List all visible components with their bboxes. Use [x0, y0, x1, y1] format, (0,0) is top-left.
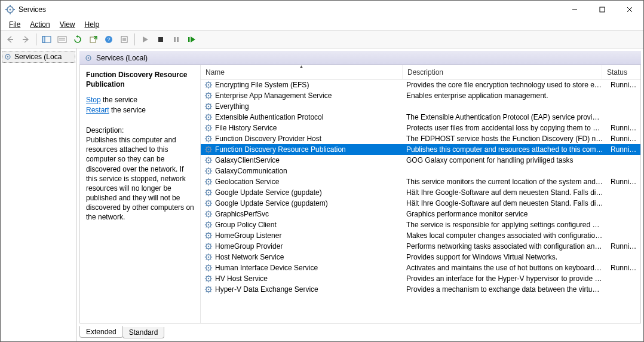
svg-line-120 [206, 173, 207, 174]
service-name-text: Geolocation Service [215, 178, 279, 186]
service-name-text: File History Service [215, 124, 277, 132]
svg-line-68 [206, 115, 207, 116]
svg-point-213 [208, 278, 209, 279]
service-row[interactable]: HV Host ServiceProvides an interface for… [201, 273, 640, 284]
service-row[interactable]: File History ServiceProtects user files … [201, 123, 640, 133]
svg-rect-17 [90, 37, 96, 42]
service-row[interactable]: Google Update Service (gupdate)Hält Ihre… [201, 187, 640, 198]
maximize-button[interactable] [588, 1, 616, 19]
svg-line-191 [210, 244, 211, 245]
service-row[interactable]: GalaxyClientServiceGOG Galaxy component … [201, 155, 640, 166]
help-button[interactable]: ? [102, 32, 116, 47]
service-description-cell: This service monitors the current locati… [403, 178, 607, 186]
svg-line-171 [210, 222, 211, 224]
service-description-cell: GOG Galaxy component for handling privil… [403, 156, 607, 164]
column-header-description[interactable]: Description [403, 65, 602, 79]
service-name-cell: Group Policy Client [201, 221, 403, 229]
gear-icon [204, 167, 213, 175]
service-row[interactable]: GraphicsPerfSvcGraphics performance moni… [201, 209, 640, 219]
refresh-button[interactable] [70, 32, 85, 47]
service-description-cell: The service is responsible for applying … [403, 221, 607, 229]
svg-point-63 [208, 117, 209, 118]
menu-view[interactable]: View [55, 19, 80, 30]
service-row[interactable]: Host Network ServiceProvides support for… [201, 252, 640, 262]
show-hide-tree-button[interactable] [39, 32, 54, 47]
svg-line-50 [206, 97, 207, 99]
restart-service-link[interactable]: Restart [86, 106, 109, 114]
service-row[interactable]: Everything [201, 101, 640, 112]
service-row[interactable]: Hyper-V Data Exchange ServiceProvides a … [201, 284, 640, 295]
svg-line-111 [210, 158, 211, 159]
minimize-button[interactable] [561, 1, 588, 19]
service-row[interactable]: Encrypting File System (EFS)Provides the… [201, 80, 640, 90]
svg-line-48 [206, 93, 207, 94]
service-row[interactable]: Human Interface Device ServiceActivates … [201, 262, 640, 273]
panel-body: Function Discovery Resource Publication … [79, 65, 641, 323]
svg-line-201 [210, 255, 211, 256]
start-service-button[interactable] [138, 32, 152, 47]
svg-point-73 [208, 127, 209, 129]
menu-bar: File Action View Help [1, 19, 643, 30]
stop-service-link[interactable]: Stop [86, 96, 101, 104]
app-gear-icon [5, 5, 15, 14]
service-row[interactable]: Group Policy ClientThe service is respon… [201, 219, 640, 230]
menu-help[interactable]: Help [80, 19, 105, 30]
svg-rect-7 [600, 7, 605, 12]
service-name-cell: Function Discovery Provider Host [201, 135, 403, 143]
close-button[interactable] [616, 1, 643, 19]
service-description-cell: Graphics performance monitor service [403, 210, 607, 218]
svg-line-181 [210, 233, 211, 234]
service-name-cell: GalaxyCommunication [201, 167, 403, 175]
service-name-text: HomeGroup Provider [215, 242, 283, 251]
console-tree-pane[interactable]: Services (Loca [1, 48, 77, 341]
service-name-cell: Extensible Authentication Protocol [201, 113, 403, 121]
svg-point-163 [208, 224, 209, 225]
service-row[interactable]: HomeGroup ProviderPerforms networking ta… [201, 241, 640, 252]
svg-line-128 [206, 179, 207, 181]
svg-line-211 [210, 265, 211, 267]
service-row[interactable]: GalaxyCommunication [201, 166, 640, 176]
panel-header: Services (Local) [79, 51, 641, 65]
properties-pane-button[interactable] [55, 32, 69, 47]
svg-line-61 [210, 104, 211, 105]
nav-forward-button[interactable] [19, 32, 33, 47]
svg-point-29 [7, 56, 8, 57]
tree-root-services[interactable]: Services (Loca [2, 51, 75, 63]
tab-standard[interactable]: Standard [122, 327, 165, 338]
svg-line-118 [206, 169, 207, 170]
service-row[interactable]: Enterprise App Management ServiceEnables… [201, 90, 640, 101]
menu-file[interactable]: File [4, 19, 25, 30]
properties-button[interactable] [117, 32, 131, 47]
service-row[interactable]: Google Update Service (gupdatem)Hält Ihr… [201, 198, 640, 209]
view-tabs: Extended Standard [79, 326, 641, 339]
svg-line-91 [210, 136, 211, 138]
service-row[interactable]: Geolocation ServiceThis service monitors… [201, 176, 640, 187]
service-description-cell: Provides support for Windows Virtual Net… [403, 253, 607, 261]
column-header-status[interactable]: Status [602, 65, 640, 79]
column-header-name[interactable]: Name ▲ [201, 65, 403, 79]
service-row[interactable]: Function Discovery Provider HostThe FDPH… [201, 133, 640, 144]
svg-line-71 [210, 115, 211, 116]
restart-suffix: the service [109, 106, 146, 114]
svg-line-180 [206, 237, 207, 239]
restart-service-button[interactable] [185, 32, 199, 47]
service-name-cell: Human Interface Device Service [201, 264, 403, 272]
tab-extended[interactable]: Extended [79, 326, 123, 338]
nav-back-button[interactable] [3, 32, 17, 47]
svg-line-169 [210, 227, 211, 228]
gear-icon [204, 102, 213, 111]
stop-suffix: the service [101, 96, 137, 104]
service-description-cell: Hält Ihre Google-Software auf dem neuest… [403, 199, 607, 207]
export-list-button[interactable] [86, 32, 100, 47]
service-row[interactable]: Function Discovery Resource PublicationP… [201, 144, 640, 155]
list-body[interactable]: Encrypting File System (EFS)Provides the… [201, 80, 640, 323]
service-name-text: Function Discovery Resource Publication [215, 145, 346, 154]
svg-line-80 [206, 130, 207, 131]
service-list: Name ▲ Description Status Encrypting Fil… [201, 65, 640, 323]
service-row[interactable]: Extensible Authentication ProtocolThe Ex… [201, 112, 640, 123]
stop-service-button[interactable] [154, 32, 168, 47]
service-status-cell: Running [607, 135, 640, 143]
pause-service-button[interactable] [169, 32, 183, 47]
menu-action[interactable]: Action [25, 19, 54, 30]
service-row[interactable]: HomeGroup ListenerMakes local computer c… [201, 230, 640, 241]
